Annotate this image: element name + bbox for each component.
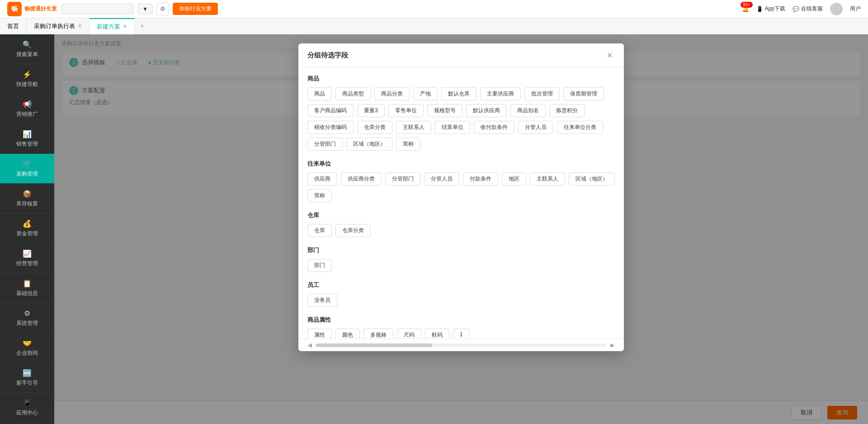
field-tag-retail-unit[interactable]: 零售单位 [388, 104, 424, 117]
field-tag-size[interactable]: 尺码 [397, 329, 421, 338]
sidebar-item-new-guide[interactable]: 🆕 新手引导 [0, 363, 54, 393]
logo-icon: 畅 [7, 2, 22, 16]
field-tag-payment-terms[interactable]: 收付款条件 [474, 121, 514, 134]
field-tag-region-goods[interactable]: 区域（地区） [346, 138, 392, 151]
tab-purchase-order-close[interactable]: ✕ [78, 23, 82, 29]
sidebar-item-operations[interactable]: 📈 经营管理 [0, 243, 54, 273]
sidebar-item-enterprise-collab[interactable]: 🤝 企业协同 [0, 333, 54, 363]
field-tag-tax-code[interactable]: 税收分类编码 [307, 121, 354, 134]
notification-area[interactable]: 🔔 99+ [742, 5, 749, 12]
notification-badge: 99+ [741, 2, 753, 8]
field-tag-supplier-category[interactable]: 供应商分类 [341, 172, 382, 186]
field-tag-goods-category[interactable]: 商品分类 [374, 87, 410, 100]
field-tag-main-contact[interactable]: 主联系人 [396, 121, 431, 134]
field-tag-region[interactable]: 地区 [502, 172, 526, 186]
field-tag-weight3[interactable]: 重量3 [357, 104, 385, 117]
sidebar-item-sales[interactable]: 📊 销售管理 [0, 124, 54, 154]
field-tag-warehouse-cat[interactable]: 仓库分类 [335, 224, 371, 237]
sidebar-item-inventory[interactable]: 📦 库存核算 [0, 184, 54, 214]
logo-area: 畅 畅捷通好生意 [7, 2, 61, 16]
field-tag-attribute[interactable]: 属性 [307, 329, 332, 338]
horizontal-scrollbar[interactable] [316, 343, 607, 347]
field-tag-goods[interactable]: 商品 [307, 87, 332, 100]
section-department-title: 部门 [307, 246, 615, 254]
field-tag-warehouse-category[interactable]: 仓库分类 [357, 121, 392, 134]
field-tag-department[interactable]: 部门 [307, 259, 332, 272]
field-tag-dept-person[interactable]: 分管人员 [424, 172, 459, 186]
user-avatar[interactable] [830, 3, 843, 15]
field-tag-area-region[interactable]: 区域（地区） [569, 172, 615, 186]
tab-new-plan[interactable]: 新建方案 ✕ [90, 18, 135, 34]
trial-button[interactable]: 体验行业方案 [173, 3, 218, 15]
field-tag-color[interactable]: 颜色 [335, 329, 360, 338]
sidebar-item-basic-info[interactable]: 📋 基础信息 [0, 273, 54, 303]
section-warehouse-tags: 仓库 仓库分类 [307, 224, 615, 237]
field-tag-default-supplier[interactable]: 默认供应商 [466, 104, 507, 117]
logo-text: 畅捷通好生意 [24, 5, 57, 13]
tab-add-button[interactable]: + [135, 22, 150, 30]
field-tag-multi-spec[interactable]: 多规格 [363, 329, 393, 338]
section-warehouse-title: 仓库 [307, 211, 615, 219]
field-tag-short-name-cp[interactable]: 简称 [307, 189, 332, 202]
field-tag-default-warehouse[interactable]: 默认仓库 [441, 87, 476, 100]
field-tag-shelf-life[interactable]: 保质期管理 [563, 87, 604, 100]
sidebar-item-purchase[interactable]: 🛒 采购管理 [0, 154, 54, 184]
marketing-icon: 📢 [23, 100, 32, 109]
sidebar-item-app-center[interactable]: 📱 应用中心 [0, 393, 54, 423]
section-department: 部门 部门 [307, 246, 615, 272]
field-tag-supervisor[interactable]: 分管人员 [518, 121, 553, 134]
tab-purchase-order[interactable]: 采购订单执行表 ✕ [27, 18, 90, 34]
section-employee-title: 员工 [307, 281, 615, 289]
field-tag-payment-condition[interactable]: 付款条件 [463, 172, 498, 186]
tab-home[interactable]: 首页 [0, 18, 27, 34]
enterprise-collab-icon: 🤝 [23, 338, 32, 348]
search-icon: 🔍 [23, 40, 32, 49]
field-tag-number-1[interactable]: 1 [453, 329, 470, 338]
sidebar-item-quick-nav[interactable]: ⚡ 快捷导航 [0, 64, 54, 94]
field-tag-supplier[interactable]: 供应商 [307, 172, 337, 186]
field-tag-short-name-goods[interactable]: 简称 [396, 138, 420, 151]
sales-icon: 📊 [23, 129, 32, 138]
field-tag-shoe-size[interactable]: 鞋码 [425, 329, 449, 338]
field-tag-dept-management[interactable]: 分管部门 [307, 138, 343, 151]
field-tag-smelting-points[interactable]: 炼货积分 [549, 104, 585, 117]
sidebar-item-finance[interactable]: 💰 资金管理 [0, 214, 54, 243]
sidebar-item-search[interactable]: 🔍 搜索菜单 [0, 34, 54, 64]
online-service-link[interactable]: 💬 在线客服 [793, 5, 823, 13]
scroll-left-arrow[interactable]: ◀ [307, 342, 312, 348]
modal-header: 分组待选字段 ✕ [298, 43, 624, 67]
field-tag-main-contact-cp[interactable]: 主联系人 [530, 172, 565, 186]
field-tag-customer-code[interactable]: 客户商品编码 [307, 104, 354, 117]
field-tag-goods-alias[interactable]: 商品别名 [510, 104, 546, 117]
tab-new-plan-close[interactable]: ✕ [123, 24, 127, 29]
sidebar-item-marketing[interactable]: 📢 营销推广 [0, 94, 54, 124]
modal-close-button[interactable]: ✕ [604, 50, 615, 61]
app-center-icon: 📱 [23, 398, 32, 407]
section-goods-title: 商品 [307, 75, 615, 83]
app-download-link[interactable]: 📱 App下载 [756, 5, 785, 13]
field-tag-salesperson[interactable]: 业务员 [307, 294, 337, 307]
section-warehouse: 仓库 仓库 仓库分类 [307, 211, 615, 237]
scroll-thumb [316, 343, 432, 347]
basic-info-icon: 📋 [23, 279, 32, 288]
field-tag-origin[interactable]: 产地 [413, 87, 438, 100]
section-goods-attrs-tags: 属性 颜色 多规格 尺码 鞋码 1 [307, 329, 615, 338]
field-tag-dept-mgmt[interactable]: 分管部门 [385, 172, 420, 186]
field-tag-warehouse[interactable]: 仓库 [307, 224, 332, 237]
gear-button[interactable]: ⚙ [156, 3, 169, 15]
field-tag-spec-model[interactable]: 规格型号 [427, 104, 462, 117]
finance-icon: 💰 [23, 219, 32, 228]
modal-body[interactable]: 商品 商品 商品类型 商品分类 产地 默认仓库 主要供应商 批次管理 保质期管理… [298, 67, 624, 338]
field-tag-main-supplier[interactable]: 主要供应商 [480, 87, 521, 100]
search-dropdown[interactable]: ▼ [137, 4, 153, 14]
field-tag-settlement-unit[interactable]: 结算单位 [435, 121, 470, 134]
header-search: ▼ ⚙ 体验行业方案 [61, 3, 742, 15]
field-tag-counterparty-category[interactable]: 往来单位分类 [557, 121, 603, 134]
field-tag-batch-management[interactable]: 批次管理 [524, 87, 560, 100]
section-counterparty-tags: 供应商 供应商分类 分管部门 分管人员 付款条件 地区 主联系人 区域（地区） … [307, 172, 615, 202]
sidebar-item-system[interactable]: ⚙ 系统管理 [0, 303, 54, 333]
field-tag-goods-type[interactable]: 商品类型 [335, 87, 371, 100]
scroll-right-arrow[interactable]: ▶ [610, 342, 615, 348]
search-input[interactable] [61, 4, 134, 14]
top-header: 畅 畅捷通好生意 ▼ ⚙ 体验行业方案 🔔 99+ 📱 App下载 💬 在线客服… [0, 0, 868, 18]
